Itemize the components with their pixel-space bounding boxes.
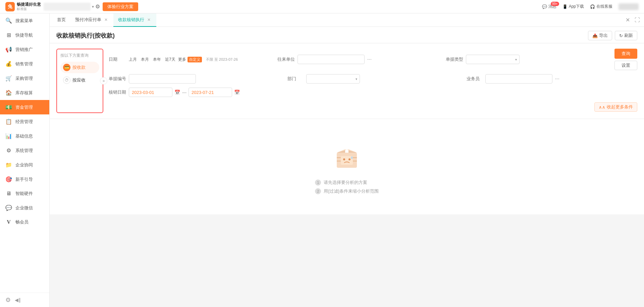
- filter-option-receipt-label: 按收款: [72, 64, 86, 70]
- shortcut-this-year[interactable]: 本年: [152, 56, 162, 63]
- tab-close-all-icon[interactable]: ✕: [624, 15, 631, 24]
- sidebar-item-sales[interactable]: 💰 销售管理: [0, 57, 49, 71]
- verify-date-end-input[interactable]: [189, 88, 232, 97]
- svg-point-3: [348, 158, 351, 160]
- sidebar-item-member[interactable]: V 畅会员: [0, 215, 49, 229]
- tab-receipt-verify-label: 收款核销执行: [118, 17, 144, 23]
- collapse-more-button[interactable]: ∧∧ 收起更多条件: [594, 102, 637, 112]
- sidebar-item-hardware[interactable]: 🖥 智能硬件: [0, 187, 49, 201]
- sidebar-item-enterprise[interactable]: 📁 企业协同: [0, 158, 49, 172]
- filter-option-receivable-label: 按应收: [72, 77, 86, 83]
- sidebar-item-basic-info[interactable]: 📊 基础信息: [0, 129, 49, 143]
- tab-receipt-verify-close[interactable]: ✕: [146, 17, 152, 22]
- collapse-sidebar-arrow[interactable]: »: [100, 77, 107, 85]
- app-download-label: App下载: [569, 4, 584, 9]
- hardware-icon: 🖥: [5, 191, 12, 197]
- message-item[interactable]: 💬 消息 99+: [542, 4, 556, 9]
- user-avatar: [619, 3, 639, 10]
- industry-btn[interactable]: 体验行业方案: [103, 2, 138, 11]
- header-right: 💬 消息 99+ 📱 App下载 🎧 在线客服: [542, 3, 639, 10]
- marketing-icon: 📢: [5, 46, 12, 53]
- tab-receipt-verify[interactable]: 收款核销执行 ✕: [113, 13, 156, 27]
- verify-date-range: 📅 — 📅: [129, 88, 240, 97]
- search-menu-icon: 🔍: [5, 17, 12, 24]
- service-icon: 🎧: [590, 4, 595, 9]
- operations-icon: 📋: [5, 118, 12, 125]
- brand-logo: 兔: [5, 2, 15, 11]
- basic-info-icon: 📊: [5, 133, 12, 139]
- empty-tip-1: 1 请先选择要分析的方案: [315, 180, 378, 186]
- sidebar-item-system[interactable]: ⚙ 系统管理: [0, 143, 49, 158]
- settings-button[interactable]: 设置: [614, 61, 637, 70]
- header-gear-icon[interactable]: ⚙: [95, 3, 100, 10]
- verify-date-end-cal-icon[interactable]: 📅: [234, 90, 240, 95]
- svg-point-4: [351, 156, 353, 159]
- tab-home[interactable]: 首页: [52, 13, 70, 27]
- doc-type-select-wrapper: ▾: [466, 55, 520, 64]
- online-service-item[interactable]: 🎧 在线客服: [590, 4, 612, 9]
- sidebar-label-purchase: 采购管理: [15, 75, 33, 82]
- sidebar-item-operations[interactable]: 📋 经营管理: [0, 114, 49, 129]
- app-icon: 📱: [562, 4, 568, 9]
- filter-option-by-receipt[interactable]: 💳 按收款: [60, 62, 99, 73]
- sidebar-item-inventory[interactable]: 🏠 库存核算: [0, 86, 49, 100]
- export-button[interactable]: 📤 导出: [588, 31, 612, 40]
- query-button[interactable]: 查询: [614, 49, 637, 59]
- shortcut-last-month[interactable]: 上月: [127, 56, 138, 63]
- tab-fullscreen-icon[interactable]: ⛶: [633, 16, 641, 24]
- wechat-icon: 💬: [5, 205, 12, 211]
- header-workspace-input[interactable]: [44, 3, 91, 11]
- collapse-more: ∧∧ 收起更多条件: [109, 101, 637, 113]
- counterparty-input[interactable]: [298, 55, 365, 64]
- filter-group-verify-date: 核销日期 📅 — 📅: [109, 88, 637, 97]
- tab-prepay-close[interactable]: ✕: [103, 17, 109, 22]
- doc-type-select[interactable]: [466, 55, 520, 64]
- sidebar-label-wechat: 企业微信: [15, 205, 33, 211]
- header-dropdown-icon[interactable]: ▾: [92, 4, 94, 9]
- sidebar-label-hardware: 智能硬件: [15, 191, 33, 197]
- filter-row-1: 日期 上月 本月 本年 近7天 更多 自定义: [109, 49, 637, 70]
- tab-prepay[interactable]: 预付冲应付单 ✕: [70, 13, 113, 27]
- sidebar-item-purchase[interactable]: 🛒 采购管理: [0, 71, 49, 86]
- sidebar-item-quick-nav[interactable]: ⊞ 快捷导航: [0, 28, 49, 42]
- shortcut-more[interactable]: 更多: [178, 57, 186, 62]
- department-select[interactable]: [306, 74, 360, 84]
- empty-tips: 1 请先选择要分析的方案 2 用[过滤]条件来缩小分析范围: [315, 180, 378, 194]
- salesperson-dots[interactable]: ···: [555, 76, 559, 82]
- header-left: 兔 畅捷通好生意 标准版 ▾ ⚙ 体验行业方案: [5, 2, 138, 11]
- department-select-wrapper: ▾: [306, 74, 360, 84]
- shortcut-7days[interactable]: 近7天: [164, 56, 177, 63]
- filter-row-3: 核销日期 📅 — 📅: [109, 88, 637, 97]
- empty-illustration: [327, 139, 367, 173]
- salesperson-input[interactable]: [485, 74, 552, 84]
- collapse-sidebar-icon[interactable]: ◀‖: [15, 297, 21, 303]
- sidebar-item-capital[interactable]: 💵 资金管理: [0, 100, 49, 114]
- doc-number-input[interactable]: [129, 74, 196, 84]
- shortcut-custom[interactable]: 自定义: [187, 57, 202, 62]
- verify-date-start-input[interactable]: [129, 88, 172, 97]
- tab-bar-right: ✕ ⛶: [624, 15, 641, 24]
- sidebar-item-marketing[interactable]: 📢 营销推广: [0, 42, 49, 57]
- filter-group-counterparty: 往来单位 ···: [277, 55, 438, 64]
- filter-option-by-receivable[interactable]: ⏱ 按应收: [60, 74, 99, 86]
- tab-bar: 首页 预付冲应付单 ✕ 收款核销执行 ✕ ✕ ⛶: [50, 13, 644, 27]
- sidebar-item-search-menu[interactable]: 🔍 搜索菜单: [0, 13, 49, 28]
- collapse-more-label: 收起更多条件: [607, 104, 633, 110]
- counterparty-label: 往来单位: [277, 56, 295, 62]
- counterparty-dots[interactable]: ···: [367, 56, 372, 62]
- filter-sidebar-title: 按以下方案查询: [60, 53, 99, 58]
- doc-type-label: 单据类型: [446, 56, 463, 62]
- shortcut-this-month[interactable]: 本月: [140, 56, 150, 63]
- filter-group-date: 日期 上月 本月 本年 近7天 更多 自定义: [109, 56, 269, 63]
- app-download-item[interactable]: 📱 App下载: [562, 4, 584, 9]
- page-header-actions: 📤 导出 ↻ 刷新: [588, 31, 637, 40]
- sidebar-label-capital: 资金管理: [15, 104, 33, 110]
- sidebar-item-guide[interactable]: 🎯 新手引导: [0, 172, 49, 187]
- doc-number-label: 单据编号: [109, 76, 126, 82]
- settings-bottom-icon[interactable]: ⚙: [5, 296, 11, 304]
- sales-icon: 💰: [5, 61, 12, 67]
- verify-date-start-cal-icon[interactable]: 📅: [174, 90, 180, 95]
- refresh-button[interactable]: ↻ 刷新: [615, 31, 637, 40]
- tab-prepay-label: 预付冲应付单: [75, 17, 101, 23]
- sidebar-item-wechat[interactable]: 💬 企业微信: [0, 201, 49, 215]
